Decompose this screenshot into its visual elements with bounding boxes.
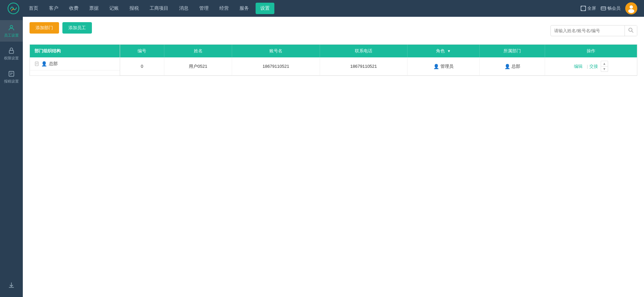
logo (3, 0, 23, 17)
svg-point-6 (10, 26, 12, 28)
svg-rect-1 (581, 6, 586, 11)
nav-operation[interactable]: 经营 (214, 0, 234, 17)
svg-rect-8 (9, 71, 14, 76)
sidebar-employee-label: 员工设置 (4, 33, 19, 38)
cell-account: 18679110521 (232, 57, 320, 76)
sidebar-item-employee[interactable]: 员工设置 (0, 20, 23, 42)
edit-button[interactable]: 编辑 (574, 63, 583, 69)
sidebar-taxsettings-label: 报税设置 (4, 79, 19, 84)
scroll-down-btn[interactable]: ▼ (601, 66, 608, 71)
dept-tree-item[interactable]: 👤 总部 (30, 57, 120, 70)
col-header-dept: 所属部门 (479, 45, 545, 57)
search-button[interactable] (625, 26, 637, 36)
membership-btn[interactable]: 畅会员 (601, 5, 621, 11)
cell-dept: 👤 总部 (479, 57, 545, 76)
nav-menu: 首页 客户 收费 票据 记账 报税 工商项目 消息 管理 经营 服务 设置 (23, 0, 581, 17)
col-header-phone: 联系电话 (320, 45, 408, 57)
dept-name-cell: 总部 (512, 63, 520, 69)
svg-point-4 (630, 5, 633, 9)
col-header-account: 账号名 (232, 45, 320, 57)
col-header-id: 编号 (120, 45, 164, 57)
scroll-up-btn[interactable]: ▲ (601, 61, 608, 66)
add-dept-button[interactable]: 添加部门 (30, 22, 59, 34)
role-user-icon: 👤 (433, 64, 439, 69)
nav-service[interactable]: 服务 (234, 0, 254, 17)
membership-label: 畅会员 (607, 5, 621, 11)
nav-right-actions: 全屏 畅会员 (581, 2, 637, 14)
table-row: 0 用户0521 18679110521 18679110521 👤 管理员 (120, 57, 637, 76)
cell-role: 👤 管理员 (408, 57, 480, 76)
transfer-button[interactable]: 交接 (589, 63, 598, 69)
fullscreen-label: 全屏 (587, 5, 596, 11)
add-emp-button[interactable]: 添加员工 (62, 22, 92, 34)
top-nav: 首页 客户 收费 票据 记账 报税 工商项目 消息 管理 经营 服务 设置 全屏 (0, 0, 644, 17)
col-header-role[interactable]: 角色 ▼ (408, 45, 480, 57)
svg-line-12 (632, 31, 633, 32)
nav-settings[interactable]: 设置 (256, 3, 274, 14)
file-icon (35, 61, 39, 66)
dept-name: 总部 (49, 61, 58, 67)
avatar[interactable] (625, 2, 637, 14)
nav-home[interactable]: 首页 (23, 0, 44, 17)
svg-rect-2 (601, 7, 606, 10)
sidebar-permission-label: 权限设置 (4, 56, 19, 60)
svg-point-5 (628, 9, 634, 13)
sidebar-download-btn[interactable] (0, 278, 23, 293)
role-filter-icon: ▼ (447, 49, 451, 53)
fullscreen-btn[interactable]: 全屏 (581, 5, 596, 11)
dept-tree-header: 部门组织结构 (30, 45, 120, 57)
dept-user-icon: 👤 (41, 61, 47, 66)
nav-message[interactable]: 消息 (174, 0, 194, 17)
nav-accounting[interactable]: 记账 (104, 0, 124, 17)
nav-client[interactable]: 客户 (44, 0, 64, 17)
cell-name: 用户0521 (164, 57, 232, 76)
cell-id: 0 (120, 57, 164, 76)
nav-manage[interactable]: 管理 (194, 0, 214, 17)
table-wrapper: 部门组织结构 👤 总部 编号 姓名 (30, 44, 637, 76)
nav-billing[interactable]: 收费 (64, 0, 84, 17)
svg-rect-7 (9, 50, 14, 53)
cell-phone: 18679110521 (320, 57, 408, 76)
nav-invoice[interactable]: 票据 (84, 0, 104, 17)
sidebar-item-taxsettings[interactable]: 报税设置 (0, 66, 23, 88)
nav-business[interactable]: 工商项目 (144, 0, 174, 17)
toolbar-btn-group: 添加部门 添加员工 (30, 22, 92, 34)
dept-tree: 部门组织结构 👤 总部 (30, 44, 120, 76)
sidebar: 员工设置 权限设置 报税设置 (0, 17, 23, 297)
sidebar-bottom (0, 278, 23, 297)
main-layout: 员工设置 权限设置 报税设置 (0, 17, 644, 297)
employee-table: 编号 姓名 账号名 联系电话 角色 ▼ 所属部门 操作 (120, 44, 637, 76)
search-input[interactable] (551, 26, 625, 35)
col-header-action: 操作 (545, 45, 637, 57)
search-icon (628, 28, 634, 33)
cell-actions: 编辑 | 交接 ▲ ▼ (545, 57, 637, 75)
content-area: 添加部门 添加员工 部门组织结构 (23, 17, 644, 297)
col-header-name: 姓名 (164, 45, 232, 57)
sidebar-item-permission[interactable]: 权限设置 (0, 43, 23, 64)
role-name: 管理员 (440, 63, 453, 69)
svg-rect-13 (35, 62, 38, 66)
dept-user-icon: 👤 (504, 64, 510, 69)
nav-tax[interactable]: 报税 (124, 0, 144, 17)
